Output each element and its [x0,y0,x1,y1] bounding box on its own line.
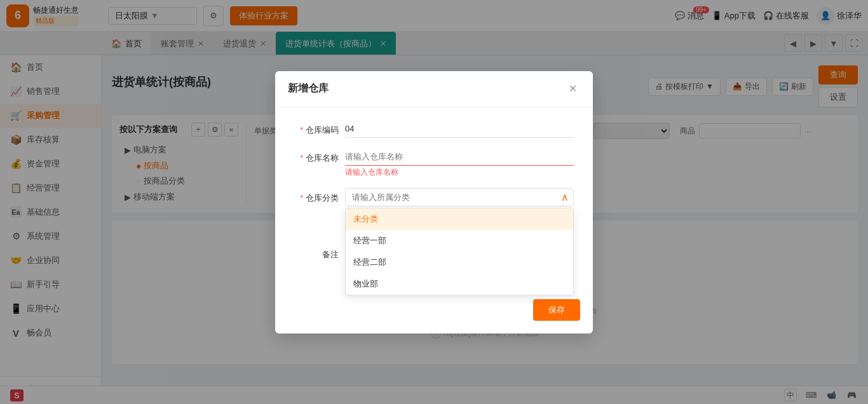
code-label: 仓库编码 [294,120,345,136]
category-select-wrap: ∧ 未分类 经营一部 经营二部 物业部 [345,188,574,206]
dropdown-item-property[interactable]: 物业部 [346,273,573,295]
code-field-row: 仓库编码 [294,120,574,138]
dropdown-item-uncategorized[interactable]: 未分类 [346,208,573,230]
modal-overlay[interactable]: 新增仓库 ✕ 仓库编码 仓库名称 请输入仓库名称 仓库分 [0,0,868,404]
modal-dialog: 新增仓库 ✕ 仓库编码 仓库名称 请输入仓库名称 仓库分 [275,71,593,333]
modal-header: 新增仓库 ✕ [275,71,593,107]
modal-body: 仓库编码 仓库名称 请输入仓库名称 仓库分类 ∧ [275,107,593,299]
name-label: 仓库名称 [294,148,345,164]
remark-label: 备注 [294,245,345,260]
save-button[interactable]: 保存 [533,299,580,321]
category-field-row: 仓库分类 ∧ 未分类 经营一部 经营二部 物业部 [294,188,574,206]
name-field-row: 仓库名称 请输入仓库名称 [294,148,574,178]
modal-title: 新增仓库 [288,82,329,95]
dropdown-item-dept1[interactable]: 经营一部 [346,230,573,252]
modal-close-button[interactable]: ✕ [565,81,580,97]
category-input[interactable] [345,188,574,206]
name-error-msg: 请输入仓库名称 [345,167,574,178]
name-input[interactable] [345,148,574,166]
modal-footer: 保存 [275,299,593,321]
code-input[interactable] [345,120,574,138]
dropdown-item-dept2[interactable]: 经营二部 [346,252,573,273]
category-dropdown: 未分类 经营一部 经营二部 物业部 [345,208,574,295]
category-label: 仓库分类 [294,188,345,204]
